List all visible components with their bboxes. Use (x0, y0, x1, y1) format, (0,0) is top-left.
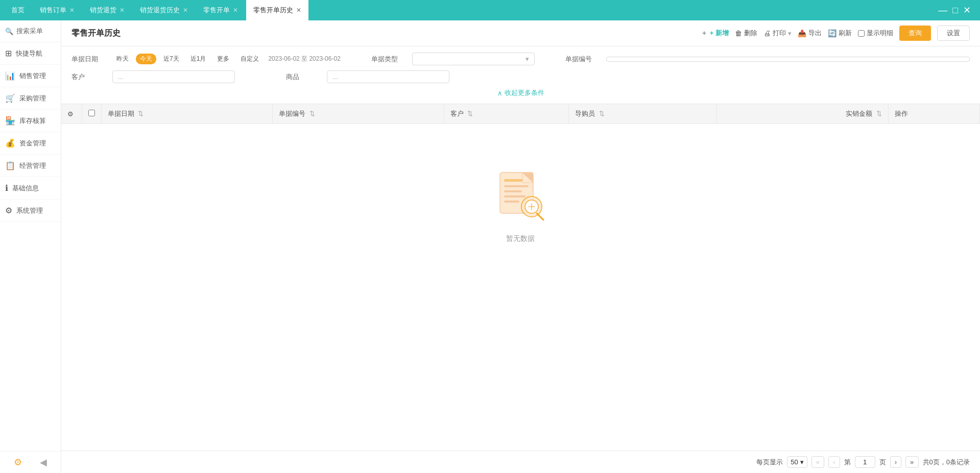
purchase-icon: 🛒 (5, 93, 15, 103)
th-amount[interactable]: 实销金额 ⇅ (717, 104, 889, 124)
sidebar-item-system[interactable]: ⚙ 系统管理 (0, 200, 61, 222)
th-order-num[interactable]: 单据编号 ⇅ (273, 104, 444, 124)
order-type-select[interactable]: ▾ (412, 53, 535, 65)
print-button[interactable]: 🖨 打印 ▾ (763, 29, 792, 38)
customer-label: 客户 (71, 72, 102, 82)
close-tab-sales-order[interactable]: ✕ (69, 7, 75, 13)
svg-rect-1 (504, 179, 524, 182)
collapse-sidebar-icon[interactable]: ◀ (40, 457, 47, 468)
total-info: 共0页，0条记录 (923, 458, 970, 467)
order-type-label: 单据类型 (371, 55, 402, 64)
sidebar-item-quicknav[interactable]: ⊞ 快捷导航 (0, 42, 61, 65)
goods-value: ... (332, 73, 338, 81)
pagination: 每页显示 50 ▾ « ‹ 第 页 › » 共0页，0条记录 (61, 451, 980, 473)
finance-icon: 💰 (5, 138, 15, 148)
th-customer[interactable]: 客户 ⇅ (444, 104, 568, 124)
display-detail-toggle[interactable]: 显示明细 (858, 29, 893, 38)
next-page-button[interactable]: › (890, 456, 901, 468)
page-title: 零售开单历史 (71, 28, 121, 39)
maximize-button[interactable]: □ (952, 5, 958, 16)
close-button[interactable]: ✕ (963, 5, 971, 16)
tab-sales-return-history[interactable]: 销货退货历史 ✕ (133, 0, 195, 20)
sidebar-item-finance[interactable]: 💰 资金管理 (0, 132, 61, 155)
minimize-button[interactable]: — (938, 5, 947, 16)
th-action: 操作 (888, 104, 979, 124)
collapse-icon: ∧ (497, 89, 503, 97)
operations-icon: 📋 (5, 161, 15, 170)
date-range-display: 2023-06-02 至 2023-06-02 (268, 55, 340, 63)
search-icon: 🔍 (5, 28, 13, 35)
sidebar-item-sales[interactable]: 📊 销售管理 (0, 65, 61, 87)
toolbar: ＋ + 新增 🗑 删除 🖨 打印 ▾ 📤 导出 🔄 (701, 26, 970, 41)
date-shortcut-today[interactable]: 今天 (136, 54, 156, 64)
table-container: ⚙ 单据日期 ⇅ 单据编号 ⇅ (61, 104, 980, 451)
settings-col-icon[interactable]: ⚙ (67, 110, 74, 118)
print-dropdown-icon: ▾ (788, 30, 792, 37)
settings-icon-bottom[interactable]: ⚙ (14, 457, 22, 468)
add-button[interactable]: ＋ + 新增 (701, 29, 729, 38)
close-tab-sales-return[interactable]: ✕ (119, 7, 125, 13)
last-page-button[interactable]: » (905, 456, 918, 468)
sort-date-icon: ⇅ (138, 110, 144, 117)
tab-retail-order[interactable]: 零售开单 ✕ (196, 0, 245, 20)
close-tab-retail-order[interactable]: ✕ (233, 7, 238, 13)
date-shortcut-1month[interactable]: 近1月 (186, 54, 210, 64)
date-shortcut-yesterday[interactable]: 昨天 (112, 54, 133, 64)
svg-rect-3 (504, 190, 522, 192)
sidebar-item-purchase[interactable]: 🛒 采购管理 (0, 87, 61, 110)
date-label: 单据日期 (71, 55, 102, 64)
date-shortcut-7days[interactable]: 近7天 (159, 54, 183, 64)
th-date[interactable]: 单据日期 ⇅ (101, 104, 273, 124)
tab-bar: 首页 销售订单 ✕ 销货退货 ✕ 销货退货历史 ✕ 零售开单 ✕ 零售开单历史 … (0, 0, 980, 20)
select-all-checkbox[interactable] (88, 110, 95, 116)
query-button[interactable]: 查询 (899, 26, 931, 41)
per-page-select[interactable]: 50 ▾ (787, 456, 807, 468)
order-num-label: 单据编号 (565, 55, 596, 64)
export-button[interactable]: 📤 导出 (798, 29, 822, 38)
page-input[interactable] (855, 456, 875, 468)
tab-retail-order-history[interactable]: 零售开单历史 ✕ (246, 0, 308, 20)
svg-line-10 (537, 213, 543, 220)
order-type-dropdown-icon: ▾ (525, 55, 529, 63)
sidebar: 🔍 搜索采单 ⊞ 快捷导航 📊 销售管理 🛒 采购管理 🏪 库存核算 💰 资金管… (0, 20, 61, 473)
prev-page-button[interactable]: ‹ (828, 456, 840, 468)
content-area: 零售开单历史 ＋ + 新增 🗑 删除 🖨 打印 ▾ 📤 导出 (61, 20, 980, 473)
th-guide[interactable]: 导购员 ⇅ (569, 104, 717, 124)
add-icon: ＋ (701, 29, 708, 38)
sidebar-item-inventory[interactable]: 🏪 库存核算 (0, 110, 61, 132)
date-shortcut-custom[interactable]: 自定义 (236, 54, 263, 64)
close-tab-retail-order-history[interactable]: ✕ (296, 7, 301, 13)
tab-home[interactable]: 首页 (4, 0, 32, 20)
sort-guide-icon: ⇅ (599, 110, 605, 117)
svg-rect-5 (504, 201, 519, 203)
sales-icon: 📊 (5, 71, 15, 81)
svg-rect-4 (504, 195, 525, 197)
per-page-dropdown-icon: ▾ (800, 458, 804, 466)
date-shortcut-more[interactable]: 更多 (213, 54, 233, 64)
th-settings[interactable]: ⚙ (61, 104, 82, 124)
goods-label: 商品 (286, 72, 317, 82)
th-checkbox[interactable] (82, 104, 101, 124)
per-page-label: 每页显示 (756, 458, 783, 467)
goods-input[interactable]: ... (327, 70, 449, 83)
tab-sales-return[interactable]: 销货退货 ✕ (83, 0, 132, 20)
sidebar-item-baseinfo[interactable]: ℹ 基础信息 (0, 177, 61, 200)
date-shortcuts: 昨天 今天 近7天 近1月 更多 自定义 2023-06-02 至 2023-0… (112, 54, 341, 64)
filter-row-1: 单据日期 昨天 今天 近7天 近1月 更多 自定义 2023-06-02 至 2… (71, 53, 970, 65)
close-tab-sales-return-history[interactable]: ✕ (183, 7, 188, 13)
refresh-button[interactable]: 🔄 刷新 (828, 29, 852, 38)
sidebar-search[interactable]: 🔍 搜索采单 (0, 20, 61, 42)
window-controls: — □ ✕ (938, 5, 976, 16)
delete-button[interactable]: 🗑 删除 (735, 29, 757, 38)
quicknav-icon: ⊞ (5, 48, 12, 58)
baseinfo-icon: ℹ (5, 183, 8, 193)
order-num-input[interactable] (606, 57, 970, 62)
sidebar-item-operations[interactable]: 📋 经营管理 (0, 155, 61, 177)
display-detail-checkbox[interactable] (858, 30, 865, 37)
customer-input[interactable]: ... (112, 70, 235, 83)
collapse-bar[interactable]: ∧ 收起更多条件 (71, 88, 970, 97)
setting-button[interactable]: 设置 (937, 26, 970, 41)
sort-ordernum-icon: ⇅ (309, 110, 315, 117)
first-page-button[interactable]: « (811, 456, 824, 468)
tab-sales-order[interactable]: 销售订单 ✕ (33, 0, 82, 20)
